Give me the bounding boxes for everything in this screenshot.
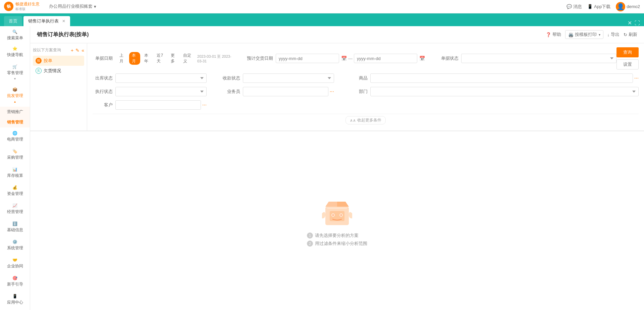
salesperson-more-icon[interactable]: ··· — [330, 89, 334, 95]
scheme-edit-icon[interactable]: ✎ — [75, 48, 79, 53]
sidebar-item-ops[interactable]: 📈 经营管理 — [0, 200, 30, 218]
user-avatar-area[interactable]: 👤 demo2 — [616, 2, 640, 11]
sidebar-item-app-center[interactable]: 📱 应用中心 — [0, 291, 30, 309]
payment-status-select[interactable] — [243, 73, 334, 83]
sidebar-item-sys[interactable]: ⚙️ 系统管理 — [0, 236, 30, 254]
scheme-item-icon-按单: 按 — [36, 58, 42, 64]
date-tab-更多[interactable]: 更多 — [168, 52, 179, 65]
settings-button[interactable]: 设置 — [616, 59, 639, 69]
date-tab-上月[interactable]: 上月 — [117, 52, 128, 65]
template-print-label: 按模板打印 — [575, 32, 597, 38]
app-download-button[interactable]: 📱 App下载 — [587, 4, 610, 10]
logo-text-group: 畅捷通好生意 标准版 — [15, 2, 40, 11]
page-header: 销售订单执行表(按单) ❓ 帮助 🖨️ 按模板打印 ▾ ↓ 导出 ↻ 刷新 — [30, 26, 644, 43]
tab-sales-order-exec[interactable]: 销售订单执行表 ✕ — [23, 16, 70, 26]
tab-expand-icon[interactable]: ⛶ — [635, 20, 640, 26]
date-tab-自定义[interactable]: 自定义 — [180, 52, 195, 65]
scheme-collapse-icon[interactable]: « — [82, 48, 84, 53]
basic-info-label: 基础信息 — [7, 227, 23, 233]
hint-num-2: 2 — [307, 241, 313, 247]
tab-bar: 首页 销售订单执行表 ✕ ✕ ⛶ — [0, 13, 644, 26]
date-tab-本年[interactable]: 本年 — [142, 52, 153, 65]
retail-mgmt-icon: 🛒 — [12, 64, 17, 69]
tab-close-window-icon[interactable]: ✕ — [628, 20, 632, 26]
print-icon: 🖨️ — [568, 32, 574, 37]
doc-status-select[interactable] — [461, 54, 616, 63]
scheme-item-label-欠货情况: 欠货情况 — [44, 68, 61, 74]
wholesale-mgmt-icon: 📦 — [12, 87, 17, 92]
sales-tab-label: 销售订单执行表 — [28, 18, 59, 24]
sidebar-item-wholesale-mgmt[interactable]: 📦 批发管理 ▴ — [0, 84, 30, 107]
ecom-icon: 🌐 — [12, 131, 17, 136]
sidebar-item-finance[interactable]: 💰 资金管理 — [0, 182, 30, 200]
template-print-button[interactable]: 🖨️ 按模板打印 ▾ — [565, 30, 603, 39]
ops-icon: 📈 — [12, 203, 17, 208]
customer-input[interactable] — [115, 100, 201, 110]
breadcrumb-text: 办公用品行业模拟账套 — [49, 3, 93, 9]
collapse-button[interactable]: ∧∧ 收起更多条件 — [345, 116, 386, 124]
exec-status-select[interactable] — [115, 87, 207, 96]
date-tab-近7天[interactable]: 近7天 — [154, 52, 167, 65]
sidebar-item-quick-nav[interactable]: ⭐ 快捷导航 — [0, 43, 30, 61]
retail-mgmt-label: 零售管理 — [7, 70, 23, 76]
empty-state: 1 请先选择要分析的方案 2 用过滤条件来缩小分析范围 — [30, 132, 644, 310]
tab-close-icon[interactable]: ✕ — [62, 19, 65, 23]
sidebar: 🔍 搜索菜单 ⭐ 快捷导航 🛒 零售管理 ▾ 📦 批发管理 ▴ 营销推广 销售管… — [0, 26, 30, 310]
sidebar-item-new-guide[interactable]: 🎯 新手引导 — [0, 272, 30, 291]
delivery-date-to[interactable] — [354, 54, 417, 63]
home-tab-label: 首页 — [9, 18, 17, 24]
filter-fields: 单据日期 上月 本月 本年 近7天 更多 自定义 2023-03-01 至 20… — [87, 43, 644, 131]
sidebar-item-purchase[interactable]: 🏷️ 采购管理 — [0, 146, 30, 164]
filter-field-payment-status: 收款状态 — [220, 73, 334, 83]
dept-select[interactable] — [370, 87, 639, 96]
sidebar-item-retail-mgmt[interactable]: 🛒 零售管理 ▾ — [0, 61, 30, 84]
logo-text: 畅捷通好生意 — [15, 2, 40, 6]
sidebar-item-ecom[interactable]: 🌐 电商管理 — [0, 127, 30, 146]
svg-rect-1 — [327, 208, 347, 209]
query-button[interactable]: 查询 — [616, 47, 639, 57]
filter-field-doc-status: 单据状态 — [438, 54, 616, 63]
username-label: demo2 — [627, 4, 640, 9]
top-bar: 畅 畅捷通好生意 标准版 办公用品行业模拟账套 ▾ 💬 消息 📱 App下载 👤… — [0, 0, 644, 13]
sidebar-item-basic-info[interactable]: ℹ️ 基础信息 — [0, 218, 30, 236]
main-layout: 🔍 搜索菜单 ⭐ 快捷导航 🛒 零售管理 ▾ 📦 批发管理 ▴ 营销推广 销售管… — [0, 26, 644, 310]
scheme-add-icon[interactable]: + — [71, 48, 73, 53]
date-label: 单据日期 — [93, 55, 113, 61]
message-button[interactable]: 💬 消息 — [567, 4, 582, 10]
svg-point-6 — [340, 214, 342, 216]
date-range-label: 2023-03-01 至 2023-03-31 — [197, 54, 233, 63]
stock-status-select[interactable] — [115, 73, 207, 83]
doc-status-label: 单据状态 — [438, 55, 459, 61]
search-menu-label: 搜索菜单 — [7, 35, 23, 41]
calendar-from-icon[interactable]: 📅 — [341, 56, 347, 61]
sidebar-item-marketing[interactable]: 营销推广 — [0, 107, 30, 117]
date-tab-本月[interactable]: 本月 — [129, 52, 140, 65]
scheme-item-按单[interactable]: 按 按单 — [33, 56, 84, 66]
logo-sub: 标准版 — [15, 7, 40, 11]
product-more-icon[interactable]: ··· — [634, 75, 639, 81]
customer-more-icon[interactable]: ··· — [202, 102, 207, 108]
delivery-date-from[interactable] — [276, 54, 339, 63]
export-button[interactable]: ↓ 导出 — [607, 32, 620, 38]
finance-icon: 💰 — [12, 185, 17, 190]
refresh-button[interactable]: ↻ 刷新 — [624, 32, 637, 38]
filter-field-customer: 客户 ··· — [93, 100, 207, 110]
app-center-label: 应用中心 — [7, 300, 23, 305]
sidebar-item-inventory[interactable]: 📊 库存核算 — [0, 164, 30, 182]
exec-status-label: 执行状态 — [93, 89, 113, 95]
help-button[interactable]: ❓ 帮助 — [546, 32, 561, 38]
sidebar-item-wechat[interactable]: 💬 企业微信 — [0, 309, 30, 310]
sidebar-item-enterprise[interactable]: 🤝 企业协同 — [0, 254, 30, 272]
calendar-to-icon[interactable]: 📅 — [419, 56, 425, 61]
salesperson-input[interactable] — [243, 87, 328, 96]
purchase-icon: 🏷️ — [12, 149, 17, 154]
date-separator: — — [348, 56, 353, 61]
breadcrumb-dropdown-icon[interactable]: ▾ — [94, 4, 96, 9]
product-input[interactable] — [370, 73, 633, 83]
search-menu-item[interactable]: 🔍 搜索菜单 — [0, 26, 30, 43]
new-guide-label: 新手引导 — [7, 281, 23, 287]
scheme-item-欠货情况[interactable]: 欠 欠货情况 — [33, 66, 84, 76]
filter-row-1: 单据日期 上月 本月 本年 近7天 更多 自定义 2023-03-01 至 20… — [93, 47, 639, 69]
sidebar-item-sales-mgmt[interactable]: 销售管理 — [0, 117, 30, 127]
tab-home[interactable]: 首页 — [4, 16, 22, 26]
